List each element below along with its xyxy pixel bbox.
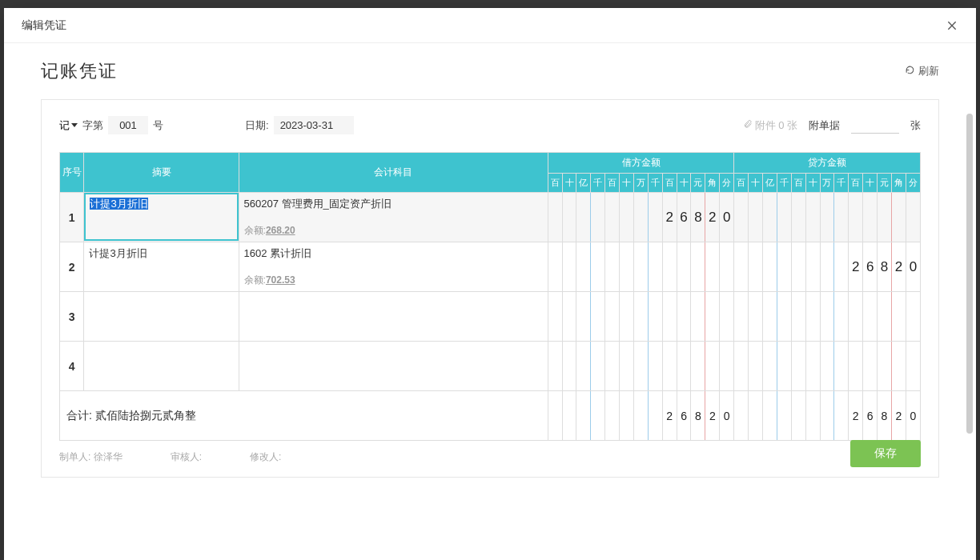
summary-input[interactable]: 计提3月折旧 <box>84 193 238 241</box>
digit-cell[interactable] <box>705 242 720 292</box>
digit-cell[interactable] <box>548 193 562 242</box>
digit-cell[interactable] <box>705 342 720 391</box>
digit-cell[interactable] <box>620 242 634 292</box>
digit-cell[interactable] <box>763 193 777 242</box>
subject-cell[interactable] <box>239 292 548 342</box>
digit-cell[interactable] <box>648 242 662 292</box>
digit-cell[interactable] <box>605 342 620 391</box>
digit-cell[interactable] <box>749 242 763 292</box>
digit-cell[interactable] <box>662 292 677 342</box>
digit-cell[interactable] <box>691 242 705 292</box>
digit-cell[interactable] <box>562 242 576 292</box>
digit-cell[interactable] <box>691 342 705 391</box>
digit-cell[interactable] <box>648 292 662 342</box>
digit-cell[interactable] <box>562 193 576 242</box>
digit-cell[interactable] <box>906 193 920 242</box>
digit-cell[interactable] <box>791 193 805 242</box>
summary-cell[interactable] <box>84 342 239 391</box>
digit-cell[interactable] <box>633 193 648 242</box>
digit-cell[interactable] <box>777 242 791 292</box>
digit-cell[interactable] <box>720 292 734 342</box>
digit-cell[interactable] <box>849 193 863 242</box>
digit-cell[interactable] <box>605 292 620 342</box>
digit-cell[interactable] <box>633 342 648 391</box>
digit-cell[interactable] <box>820 193 834 242</box>
digit-cell[interactable] <box>834 292 849 342</box>
digit-cell[interactable] <box>878 193 892 242</box>
digit-cell[interactable] <box>820 342 834 391</box>
digit-cell[interactable] <box>633 292 648 342</box>
digit-cell[interactable] <box>763 242 777 292</box>
digit-cell[interactable]: 6 <box>863 242 878 292</box>
digit-cell[interactable] <box>620 193 634 242</box>
digit-cell[interactable] <box>734 292 749 342</box>
date-input[interactable] <box>274 116 354 134</box>
digit-cell[interactable] <box>548 242 562 292</box>
digit-cell[interactable] <box>720 242 734 292</box>
digit-cell[interactable] <box>648 342 662 391</box>
digit-cell[interactable] <box>849 342 863 391</box>
digit-cell[interactable] <box>749 193 763 242</box>
digit-cell[interactable] <box>805 342 820 391</box>
digit-cell[interactable] <box>576 292 591 342</box>
sheets-input[interactable] <box>851 118 899 134</box>
digit-cell[interactable] <box>562 342 576 391</box>
digit-cell[interactable] <box>734 242 749 292</box>
digit-cell[interactable] <box>878 292 892 342</box>
digit-cell[interactable] <box>820 242 834 292</box>
summary-cell[interactable] <box>84 292 239 342</box>
digit-cell[interactable] <box>734 193 749 242</box>
digit-cell[interactable]: 8 <box>878 242 892 292</box>
digit-cell[interactable] <box>791 242 805 292</box>
digit-cell[interactable] <box>791 342 805 391</box>
digit-cell[interactable] <box>820 292 834 342</box>
attachment-link[interactable]: 附件 0 张 <box>743 118 797 133</box>
digit-cell[interactable] <box>562 292 576 342</box>
digit-cell[interactable] <box>891 342 906 391</box>
digit-cell[interactable] <box>891 292 906 342</box>
digit-cell[interactable]: 2 <box>662 193 677 242</box>
digit-cell[interactable] <box>677 242 691 292</box>
digit-cell[interactable] <box>605 242 620 292</box>
digit-cell[interactable]: 2 <box>891 242 906 292</box>
digit-cell[interactable] <box>591 242 605 292</box>
digit-cell[interactable] <box>834 193 849 242</box>
digit-cell[interactable] <box>805 242 820 292</box>
digit-cell[interactable]: 6 <box>677 193 691 242</box>
digit-cell[interactable] <box>777 193 791 242</box>
digit-cell[interactable] <box>691 292 705 342</box>
digit-cell[interactable] <box>805 193 820 242</box>
scrollbar[interactable] <box>966 114 973 434</box>
digit-cell[interactable] <box>605 193 620 242</box>
digit-cell[interactable] <box>720 342 734 391</box>
subject-cell[interactable]: 1602 累计折旧余额:702.53 <box>239 242 548 292</box>
summary-cell[interactable]: 计提3月折旧 <box>84 242 239 292</box>
digit-cell[interactable] <box>763 342 777 391</box>
digit-cell[interactable] <box>863 193 878 242</box>
digit-cell[interactable] <box>576 242 591 292</box>
refresh-button[interactable]: 刷新 <box>905 64 939 78</box>
digit-cell[interactable] <box>834 342 849 391</box>
digit-cell[interactable]: 2 <box>849 242 863 292</box>
digit-cell[interactable] <box>591 193 605 242</box>
digit-cell[interactable] <box>763 292 777 342</box>
digit-cell[interactable]: 8 <box>691 193 705 242</box>
digit-cell[interactable] <box>878 342 892 391</box>
digit-cell[interactable] <box>805 292 820 342</box>
digit-cell[interactable] <box>863 292 878 342</box>
digit-cell[interactable] <box>548 342 562 391</box>
digit-cell[interactable] <box>906 342 920 391</box>
digit-cell[interactable] <box>677 292 691 342</box>
digit-cell[interactable] <box>749 342 763 391</box>
subject-cell[interactable]: 560207 管理费用_固定资产折旧余额:268.20 <box>239 193 548 242</box>
digit-cell[interactable] <box>734 342 749 391</box>
digit-cell[interactable] <box>648 193 662 242</box>
save-button[interactable]: 保存 <box>850 440 921 467</box>
digit-cell[interactable] <box>677 342 691 391</box>
digit-cell[interactable] <box>863 342 878 391</box>
digit-cell[interactable] <box>591 292 605 342</box>
voucher-char-select[interactable]: 记 <box>59 118 78 133</box>
digit-cell[interactable] <box>906 292 920 342</box>
digit-cell[interactable] <box>834 242 849 292</box>
digit-cell[interactable] <box>633 242 648 292</box>
